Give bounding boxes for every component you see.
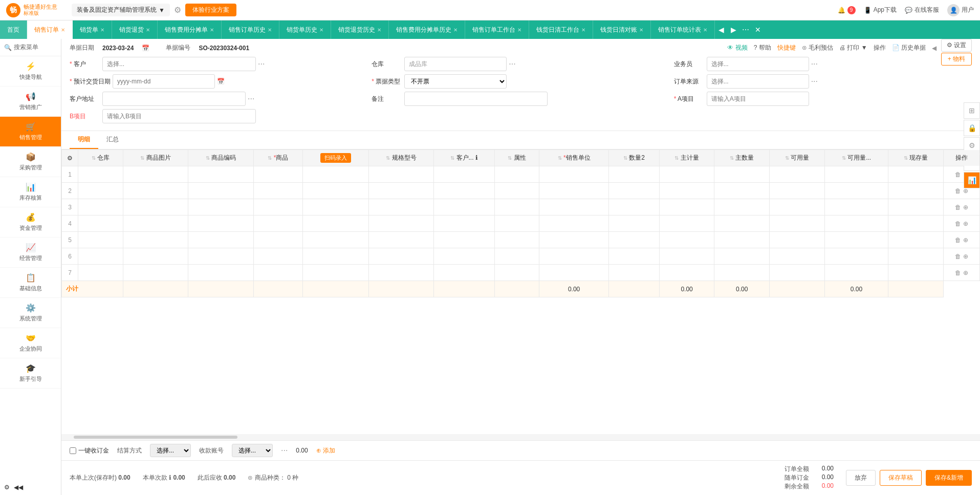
sidebar-search[interactable]: 🔍 搜索菜单 [0,39,61,56]
tab-close-icon[interactable]: ✕ [146,27,150,33]
copy-icon[interactable]: ⊕ [963,269,968,276]
tab-sales-return[interactable]: 销货退货 ✕ [112,20,158,39]
draft-button[interactable]: 保存草稿 [880,470,922,486]
cell-image-2[interactable] [123,183,188,199]
address-dots[interactable]: ··· [248,94,254,103]
sidebar-item-collaboration[interactable]: 🤝 企业协同 [0,328,61,358]
tab-next-arrow[interactable]: ▶ [727,20,739,39]
cell-warehouse-2[interactable] [78,183,123,199]
cell-avail-3[interactable] [770,199,825,216]
online-service-item[interactable]: 💬 在线客服 [905,6,939,14]
cell-image-3[interactable] [123,199,188,216]
cell-spec-2[interactable] [368,183,434,199]
cell-unit-1[interactable] [539,166,609,183]
tab-sales-order[interactable]: 销售订单 ✕ [27,20,73,39]
tab-close-icon[interactable]: ✕ [61,27,65,33]
order-source-input[interactable] [707,74,809,89]
a-project-input[interactable] [707,92,809,106]
collapse-icon[interactable]: ◀◀ [14,484,23,491]
cell-warehouse-3[interactable] [78,199,123,216]
profit-link[interactable]: ⊙ 毛利预估 [802,44,833,52]
salesperson-dots[interactable]: ··· [811,59,818,69]
tab-close-icon[interactable]: ✕ [639,27,643,33]
settings-button[interactable]: ⚙ 设置 [941,39,972,52]
settings-icon[interactable]: ⚙ [174,5,181,15]
tab-close-icon[interactable]: ✕ [581,27,585,33]
cell-qty2-3[interactable] [608,199,659,216]
tab-close-icon[interactable]: ✕ [210,27,214,33]
system-name[interactable]: 装备及固定资产辅助管理系统 ▼ [72,4,170,16]
delete-icon[interactable]: 🗑 [955,171,961,178]
tab-summary[interactable]: 汇总 [98,131,127,149]
right-btn-5[interactable]: 📊 [964,172,980,188]
add-goods-button[interactable]: + 物料 [941,53,972,66]
cell-main-unit-1[interactable] [659,166,714,183]
cell-avail2-3[interactable] [824,199,888,216]
cell-scan-2[interactable] [302,183,368,199]
tab-close-icon[interactable]: ✕ [703,27,707,33]
save-button[interactable]: 保存&新增 [926,470,972,486]
cell-main-unit-3[interactable] [659,199,714,216]
sidebar-item-sales[interactable]: 🛒 销售管理 [0,117,61,147]
tab-close-icon[interactable]: ✕ [517,27,521,33]
b-project-input[interactable] [102,109,256,123]
tab-prev-arrow[interactable]: ◀ [715,20,727,39]
print-link[interactable]: 🖨 打印 ▼ [839,44,867,52]
cell-unit-2[interactable] [539,183,609,199]
copy-icon[interactable]: ⊕ [963,253,968,260]
cell-action-6[interactable]: 🗑 ⊕ [943,248,979,265]
invoice-select[interactable]: 不开票 [404,74,507,89]
cell-customer-2[interactable] [434,183,494,199]
sidebar-item-purchase[interactable]: 📦 采购管理 [0,147,61,177]
tab-workbench[interactable]: 销售订单工作台 ✕ [465,20,529,39]
settings-bottom-icon[interactable]: ⚙ [4,484,10,491]
remark-input[interactable] [404,92,548,106]
cell-warehouse-4[interactable] [78,216,123,232]
delete-icon[interactable]: 🗑 [955,187,961,195]
col-scan[interactable]: 扫码录入 [302,150,368,166]
cell-qty2-2[interactable] [608,183,659,199]
cell-main-qty-3[interactable] [714,199,770,216]
cell-goods-1[interactable] [254,166,302,183]
tab-close-icon[interactable]: ✕ [100,27,104,33]
cell-action-3[interactable]: 🗑 ⊕ [943,199,979,216]
cell-attr-2[interactable] [494,183,539,199]
copy-icon[interactable]: ⊕ [963,236,968,244]
sidebar-item-guide[interactable]: 🎓 新手引导 [0,358,61,389]
user-item[interactable]: 👤 用户 [947,4,974,16]
cell-spec-1[interactable] [368,166,434,183]
cell-main-qty-1[interactable] [714,166,770,183]
tab-daily-reconcile[interactable]: 钱货日清对账 ✕ [593,20,651,39]
cell-stock-1[interactable] [888,166,944,183]
cell-code-1[interactable] [188,166,254,183]
tab-sales-order-history[interactable]: 销售订单历史 ✕ [222,20,279,39]
cell-main-qty-2[interactable] [714,183,770,199]
cell-spec-3[interactable] [368,199,434,216]
right-btn-2[interactable]: 🔒 [964,120,980,136]
warehouse-input[interactable] [404,57,507,71]
sidebar-item-system[interactable]: ⚙️ 系统管理 [0,298,61,328]
sidebar-item-finance[interactable]: 💰 资金管理 [0,207,61,238]
cell-image-1[interactable] [123,166,188,183]
solution-button[interactable]: 体验行业方案 [185,4,236,16]
notification-item[interactable]: 🔔 9 [838,6,856,14]
tab-detail[interactable]: 明细 [70,131,98,149]
cell-code-3[interactable] [188,199,254,216]
sidebar-item-basic-info[interactable]: 📋 基础信息 [0,268,61,298]
calendar-icon[interactable]: 📅 [142,45,149,52]
cell-warehouse-1[interactable] [78,166,123,183]
col-setting[interactable]: ⚙ [62,150,78,166]
cell-avail2-1[interactable] [824,166,888,183]
cell-action-7[interactable]: 🗑 ⊕ [943,265,979,281]
delete-icon[interactable]: 🗑 [955,236,961,244]
warehouse-dots[interactable]: ··· [509,59,515,69]
one-click-checkbox[interactable] [70,447,76,454]
tab-sales-goods[interactable]: 销货单 ✕ [73,20,112,39]
tab-close-icon[interactable]: ✕ [268,27,272,33]
delete-icon[interactable]: 🗑 [955,253,961,260]
tab-close-icon[interactable]: ✕ [453,27,458,33]
account-select[interactable]: 选择... [232,444,273,457]
cell-qty2-1[interactable] [608,166,659,183]
cell-scan-1[interactable] [302,166,368,183]
sidebar-item-marketing[interactable]: 📢 营销推广 [0,87,61,117]
